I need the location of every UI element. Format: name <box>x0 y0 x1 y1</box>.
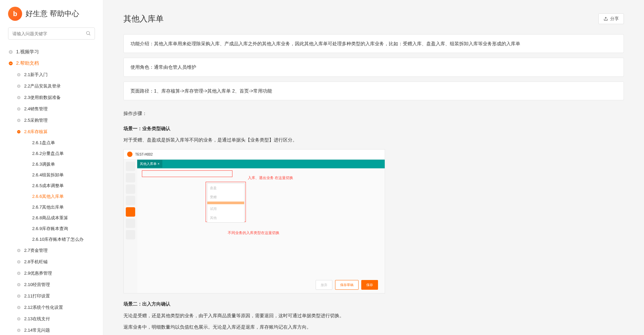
shot-highlight-box <box>142 170 232 177</box>
nav-2-11[interactable]: 2.11打印设置 <box>16 290 95 302</box>
embedded-screenshot: TEST-H002 首页其他入库单 × 入库、退出业务 在这里切换 盘盈 受赠 <box>123 149 385 293</box>
nav-2-1[interactable]: 2.1新手入门 <box>16 69 95 80</box>
nav-2-6-7[interactable]: 2.6.7其他出库单 <box>24 202 95 213</box>
path-box: 页面路径：1、库存核算->库存管理->其他入库单 2、首页->常用功能 <box>123 81 624 100</box>
nav-label: 2.6.1盘点单 <box>32 140 55 146</box>
nav-label: 2.3使用前数据准备 <box>24 95 61 101</box>
role-box: 使用角色：通常由仓管人员维护 <box>123 58 624 76</box>
nav-2-6-5[interactable]: 2.6.5成本调整单 <box>24 180 95 191</box>
shot-save-button: 保存 <box>361 280 378 290</box>
nav-label: 2.6库存核算 <box>24 129 48 135</box>
nav-2-8[interactable]: 2.8手机旺铺 <box>16 256 95 268</box>
intro-text: 其他入库单用来处理除采购入库、产成品入库之外的其他入库业务，因此其他入库单可处理… <box>154 41 520 46</box>
shot-footer: 放弃 保存草稿 保存 <box>316 280 378 290</box>
nav-label: 2.12系统个性化设置 <box>24 304 63 311</box>
nav-list: 1.视频学习 2.帮助文档 2.1新手入门 2.2产品安装及登录 2.3使用前数… <box>8 46 95 335</box>
nav-label: 2.8手机旺铺 <box>24 259 48 265</box>
search-wrap <box>8 27 95 40</box>
nav-2-13[interactable]: 2.13在线支付 <box>16 313 95 325</box>
nav-item-docs[interactable]: 2.帮助文档 <box>8 58 95 69</box>
scene2-title: 场景二：出入方向确认 <box>123 299 624 309</box>
nav-label: 2.4销售管理 <box>24 106 48 112</box>
nav-label: 2.2产品安装及登录 <box>24 83 61 89</box>
dropdown-option: 其他 <box>207 213 244 222</box>
plus-icon <box>16 106 21 112</box>
nav-2-14[interactable]: 2.14常见问题 <box>16 325 95 335</box>
nav-2-10[interactable]: 2.10经营管理 <box>16 279 95 290</box>
nav-2-6[interactable]: 2.6库存核算 <box>16 126 95 137</box>
shot-sidebar <box>124 160 137 293</box>
shot-annotation: 入库、退出业务 在这里切换 <box>248 174 293 181</box>
plus-icon <box>16 118 21 123</box>
shot-cancel-button: 放弃 <box>316 280 332 290</box>
shot-side-icon <box>126 184 135 194</box>
nav-label: 2.5采购管理 <box>24 117 48 123</box>
shot-annotation: 不同业务的入库类型在这里切换 <box>228 229 279 236</box>
shot-tabs: 首页其他入库单 × <box>124 160 385 168</box>
nav-label: 2.6.4组装拆卸单 <box>32 172 64 178</box>
nav-2-3[interactable]: 2.3使用前数据准备 <box>16 92 95 103</box>
nav-label: 2.10经营管理 <box>24 282 50 288</box>
path-text: 1、库存核算->库存管理->其他入库单 2、首页->常用功能 <box>154 88 272 94</box>
plus-icon <box>16 248 21 253</box>
share-button[interactable]: 分享 <box>598 13 624 24</box>
nav-label: 2.帮助文档 <box>16 60 39 66</box>
steps-label: 操作步骤： <box>123 109 624 118</box>
nav-2-7[interactable]: 2.7资金管理 <box>16 245 95 256</box>
shot-side-icon <box>126 173 135 182</box>
nav-label: 2.13在线支付 <box>24 316 50 322</box>
nav-2-6-3[interactable]: 2.6.3调拨单 <box>24 159 95 170</box>
nav-label: 2.6.7其他出库单 <box>32 204 64 210</box>
nav-2-6-1[interactable]: 2.6.1盘点单 <box>24 137 95 148</box>
nav-label: 1.视频学习 <box>16 49 39 55</box>
shot-dropdown: 盘盈 受赠 试用 其他 <box>207 183 245 223</box>
plus-icon <box>16 259 21 265</box>
nav-2-6-10[interactable]: 2.6.10库存账本错了怎么办 <box>24 234 95 245</box>
plus-icon <box>16 95 21 100</box>
share-icon <box>603 16 608 21</box>
search-input[interactable] <box>8 27 95 40</box>
nav-2-6-9[interactable]: 2.6.9库存账本查询 <box>24 223 95 234</box>
plus-icon <box>16 316 21 322</box>
nav-2-4[interactable]: 2.4销售管理 <box>16 103 95 115</box>
shot-logo-icon <box>127 152 132 157</box>
dropdown-option-selected <box>207 202 244 204</box>
dropdown-option: 试用 <box>207 204 244 213</box>
nav-label: 2.1新手入门 <box>24 72 48 78</box>
nav-label: 2.6.3调拨单 <box>32 161 55 167</box>
scene1-text: 对于受赠、盘盈或是拆装入库等不同的业务，是通过单据头【业务类型】进行区分。 <box>123 135 624 145</box>
scene2-p1: 无论是受赠，还是其他类型的业务，由于入库商品质量等原因，需要退回，这时可通过单据… <box>123 311 624 320</box>
shot-side-icon <box>126 207 135 217</box>
shot-side-icon <box>126 230 135 239</box>
plus-icon <box>16 83 21 89</box>
intro-box: 功能介绍：其他入库单用来处理除采购入库、产成品入库之外的其他入库业务，因此其他入… <box>123 34 624 53</box>
content-body: 操作步骤： 场景一：业务类型确认 对于受赠、盘盈或是拆装入库等不同的业务，是通过… <box>123 109 624 335</box>
nav-item-videos[interactable]: 1.视频学习 <box>8 46 95 58</box>
svg-point-0 <box>87 32 90 35</box>
nav-label: 2.6.6其他入库单 <box>32 193 64 200</box>
role-text: 通常由仓管人员维护 <box>154 64 196 70</box>
brand-title: 好生意 帮助中心 <box>25 9 79 19</box>
search-icon[interactable] <box>86 31 91 36</box>
nav-2-12[interactable]: 2.12系统个性化设置 <box>16 302 95 313</box>
nav-2-6-6[interactable]: 2.6.6其他入库单 <box>24 191 95 202</box>
nav-2-2[interactable]: 2.2产品安装及登录 <box>16 80 95 92</box>
plus-icon <box>16 305 21 310</box>
share-label: 分享 <box>610 16 619 22</box>
logo-icon: b <box>8 7 22 21</box>
nav-2-9[interactable]: 2.9优惠券管理 <box>16 268 95 279</box>
nav-2-6-2[interactable]: 2.6.2分量盘点单 <box>24 148 95 159</box>
nav-label: 2.11打印设置 <box>24 293 50 299</box>
nav-2-6-8[interactable]: 2.6.8商品成本重算 <box>24 213 95 223</box>
shot-side-icon <box>126 162 135 171</box>
path-label: 页面路径： <box>130 88 154 94</box>
scene1-title: 场景一：业务类型确认 <box>123 124 624 133</box>
main-content: 其他入库单 分享 功能介绍：其他入库单用来处理除采购入库、产成品入库之外的其他入… <box>103 0 644 335</box>
nav-2-5[interactable]: 2.5采购管理 <box>16 115 95 126</box>
nav-label: 2.6.10库存账本错了怎么办 <box>32 236 84 242</box>
scene2-p2: 退库业务中，明细数量均以负值红色展示。无论是入库还是退库，库存账均记在入库方向。 <box>123 323 624 332</box>
nav-2-6-4[interactable]: 2.6.4组装拆卸单 <box>24 170 95 180</box>
plus-icon <box>16 282 21 287</box>
logo-area: b 好生意 帮助中心 <box>8 7 95 21</box>
minus-icon <box>16 129 21 134</box>
